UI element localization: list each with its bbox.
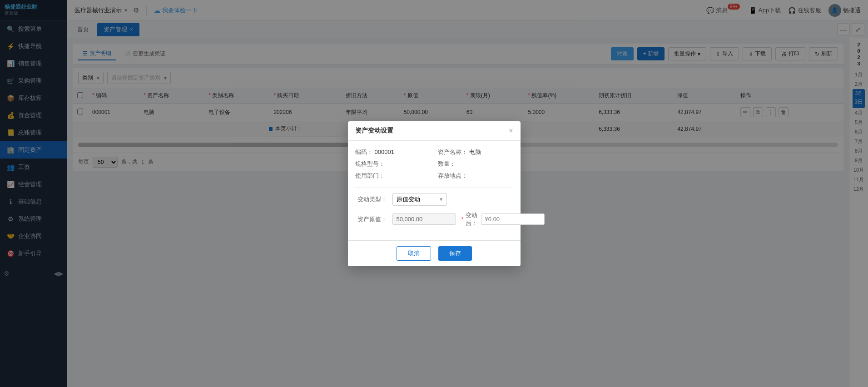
department-label: 使用部门：: [355, 172, 385, 180]
dialog-spec-field: 规格型号：: [355, 160, 431, 168]
dialog-location-field: 存放地点：: [438, 172, 513, 180]
code-label: 编码：: [355, 148, 373, 156]
dialog-footer: 取消 保存: [348, 240, 521, 266]
after-change-wrapper: * 变动后：: [461, 211, 545, 228]
dialog-code-field: 编码： 000001: [355, 148, 431, 156]
dialog-quantity-field: 数量：: [438, 160, 513, 168]
required-star: *: [461, 216, 464, 223]
after-change-label: 变动后：: [466, 211, 477, 228]
change-type-row: 变动类型： 原值变动 ▾: [355, 193, 513, 206]
change-type-chevron: ▾: [440, 196, 443, 203]
original-value-input: [392, 213, 456, 225]
original-value-label: 资产原值：: [355, 215, 387, 223]
save-button[interactable]: 保存: [438, 246, 472, 261]
cancel-button[interactable]: 取消: [397, 246, 431, 261]
change-type-value: 原值变动: [397, 195, 420, 203]
dialog-body: 编码： 000001 资产名称： 电脑 规格型号： 数量： 使用部门：: [348, 141, 521, 240]
change-type-select[interactable]: 原值变动 ▾: [392, 193, 447, 206]
asset-name-value: 电脑: [469, 148, 481, 156]
dialog-title: 资产变动设置: [355, 127, 393, 135]
asset-change-dialog: 资产变动设置 × 编码： 000001 资产名称： 电脑 规格型号： 数量：: [348, 121, 521, 266]
code-value: 000001: [375, 149, 394, 155]
dialog-header: 资产变动设置 ×: [348, 121, 521, 141]
dialog-divider: [355, 187, 513, 188]
modal-overlay: 资产变动设置 × 编码： 000001 资产名称： 电脑 规格型号： 数量：: [0, 0, 868, 387]
quantity-label: 数量：: [438, 160, 456, 168]
asset-name-label: 资产名称：: [438, 148, 467, 156]
location-label: 存放地点：: [438, 172, 467, 180]
change-type-label: 变动类型：: [355, 195, 387, 203]
dialog-department-field: 使用部门：: [355, 172, 431, 180]
dialog-info-grid: 编码： 000001 资产名称： 电脑 规格型号： 数量： 使用部门：: [355, 148, 513, 180]
dialog-close-btn[interactable]: ×: [509, 127, 513, 135]
original-value-row: 资产原值： * 变动后：: [355, 211, 513, 228]
dialog-asset-name-field: 资产名称： 电脑: [438, 148, 513, 156]
spec-label: 规格型号：: [355, 160, 385, 168]
after-change-input[interactable]: [481, 213, 545, 225]
